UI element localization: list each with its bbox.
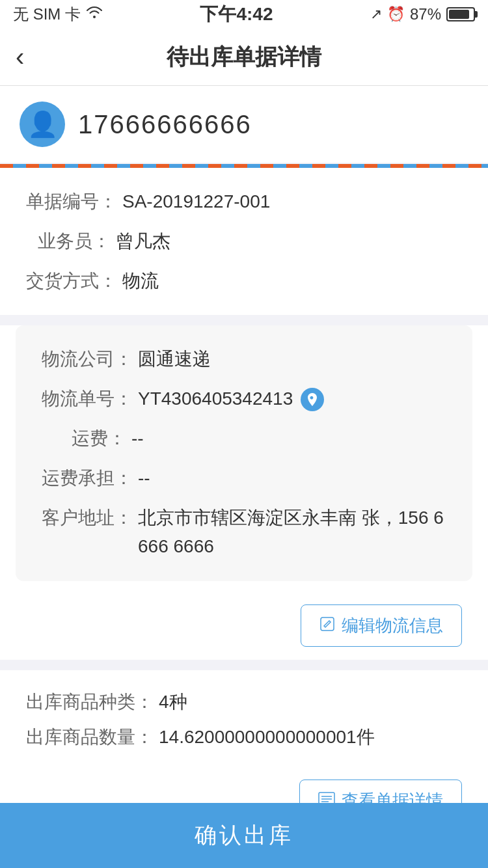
customer-address-row: 客户地址： 北京市市辖区海淀区永丰南 张，156 6666 6666 bbox=[42, 504, 446, 562]
status-bar: 无 SIM 卡 下午4:42 ↗ ⏰ 87% bbox=[0, 0, 488, 29]
nav-bar: ‹ 待出库单据详情 bbox=[0, 29, 488, 86]
order-info-section: 单据编号： SA-20191227-001 业务员： 曾凡杰 交货方式： 物流 bbox=[0, 168, 488, 315]
freight-label: 运费： bbox=[42, 424, 126, 454]
freight-bear-row: 运费承担： -- bbox=[42, 464, 446, 493]
battery-icon bbox=[446, 7, 475, 21]
status-right: ↗ ⏰ 87% bbox=[370, 5, 475, 23]
freight-value: -- bbox=[131, 424, 446, 454]
avatar-icon: 👤 bbox=[27, 110, 58, 139]
location-arrow-icon: ↗ bbox=[370, 6, 382, 23]
confirm-outbound-label: 确认出库 bbox=[195, 821, 293, 850]
confirm-outbound-button[interactable]: 确认出库 bbox=[0, 803, 488, 868]
section-separator bbox=[0, 660, 488, 670]
logistics-company-value: 圆通速递 bbox=[138, 345, 446, 374]
logistics-tracking-value: YT4306405342413 bbox=[138, 385, 446, 414]
order-number-label: 单据编号： bbox=[26, 187, 117, 217]
goods-type-label: 出库商品种类： bbox=[26, 690, 154, 714]
carrier-label: 无 SIM 卡 bbox=[13, 4, 81, 25]
customer-address-value: 北京市市辖区海淀区永丰南 张，156 6666 6666 bbox=[138, 504, 446, 562]
goods-quantity-value: 14.62000000000000001件 bbox=[159, 725, 462, 750]
logistics-card: 物流公司： 圆通速递 物流单号： YT4306405342413 运费： -- … bbox=[16, 325, 472, 581]
freight-row: 运费： -- bbox=[42, 424, 446, 454]
salesman-value: 曾凡杰 bbox=[116, 227, 462, 256]
goods-quantity-row: 出库商品数量： 14.62000000000000001件 bbox=[26, 725, 462, 750]
alarm-icon: ⏰ bbox=[387, 6, 405, 23]
goods-type-row: 出库商品种类： 4种 bbox=[26, 690, 462, 714]
page-title: 待出库单据详情 bbox=[167, 42, 321, 72]
status-left: 无 SIM 卡 bbox=[13, 4, 103, 25]
back-button[interactable]: ‹ bbox=[16, 42, 24, 72]
freight-bear-label: 运费承担： bbox=[42, 464, 133, 493]
customer-address-label: 客户地址： bbox=[42, 504, 133, 533]
logistics-tracking-label: 物流单号： bbox=[42, 385, 133, 414]
order-number-row: 单据编号： SA-20191227-001 bbox=[26, 187, 462, 217]
logistics-company-row: 物流公司： 圆通速递 bbox=[42, 345, 446, 374]
user-section: 👤 17666666666 bbox=[0, 86, 488, 163]
edit-logistics-section: 编辑物流信息 bbox=[0, 591, 488, 660]
delivery-value: 物流 bbox=[122, 267, 462, 296]
freight-bear-value: -- bbox=[138, 464, 446, 493]
user-phone: 17666666666 bbox=[78, 110, 252, 139]
edit-logistics-button[interactable]: 编辑物流信息 bbox=[301, 604, 462, 647]
battery-percent: 87% bbox=[410, 5, 441, 23]
delivery-label: 交货方式： bbox=[26, 267, 117, 296]
avatar: 👤 bbox=[20, 102, 65, 147]
wifi-icon bbox=[86, 6, 103, 23]
delivery-row: 交货方式： 物流 bbox=[26, 267, 462, 296]
edit-logistics-label: 编辑物流信息 bbox=[342, 614, 443, 637]
svg-rect-0 bbox=[321, 617, 334, 631]
salesman-row: 业务员： 曾凡杰 bbox=[26, 227, 462, 256]
map-pin-icon[interactable] bbox=[301, 388, 324, 411]
goods-section: 出库商品种类： 4种 出库商品数量： 14.62000000000000001件 bbox=[0, 670, 488, 769]
status-time: 下午4:42 bbox=[200, 2, 273, 27]
logistics-tracking-row: 物流单号： YT4306405342413 bbox=[42, 385, 446, 414]
logistics-company-label: 物流公司： bbox=[42, 345, 133, 374]
order-number-value: SA-20191227-001 bbox=[122, 187, 462, 217]
goods-type-value: 4种 bbox=[159, 690, 462, 714]
edit-icon bbox=[319, 616, 335, 636]
salesman-label: 业务员： bbox=[26, 227, 111, 256]
goods-quantity-label: 出库商品数量： bbox=[26, 725, 154, 750]
